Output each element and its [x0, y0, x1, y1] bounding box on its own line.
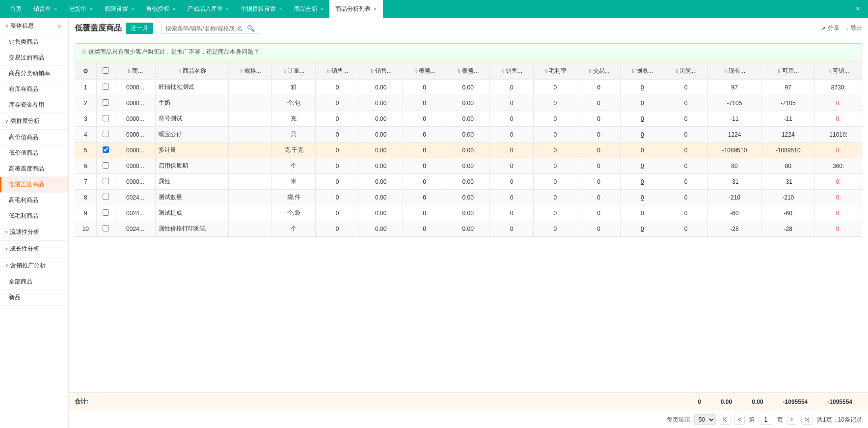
nav-template-settings[interactable]: 单据模板设置 × — [235, 0, 288, 18]
row-select-checkbox[interactable] — [103, 178, 109, 184]
row-select-checkbox[interactable] — [103, 209, 109, 216]
close-icon[interactable]: × — [89, 6, 92, 12]
close-icon[interactable]: × — [131, 6, 134, 12]
nav-product-analysis[interactable]: 商品分析 × — [288, 0, 329, 18]
sidebar-item-category-rate[interactable]: 商品分类动销率 — [0, 66, 68, 82]
row-browse1[interactable]: 0 — [621, 205, 664, 221]
first-page-button[interactable]: K — [720, 415, 731, 425]
nav-home[interactable]: 首页 — [4, 0, 27, 18]
nav-purchase-order[interactable]: 进货单 × — [63, 0, 98, 18]
nav-role-auth[interactable]: 角色授权 × — [140, 0, 181, 18]
col-sales1[interactable]: ⇅ 销售... — [316, 63, 359, 80]
row-browse1[interactable]: 0 — [621, 80, 664, 95]
sidebar-item-capital[interactable]: 库存资金占用 — [0, 97, 68, 113]
row-browse1[interactable]: 0 — [621, 143, 664, 158]
row-checkbox[interactable] — [96, 205, 115, 221]
browse1-link[interactable]: 0 — [641, 194, 644, 201]
select-all-checkbox[interactable] — [103, 67, 109, 74]
col-usable[interactable]: ⇅ 可用... — [761, 63, 815, 80]
col-sales2[interactable]: ⇅ 销售... — [359, 63, 403, 80]
row-checkbox[interactable] — [96, 111, 115, 127]
col-cover2[interactable]: ⇅ 覆盖... — [446, 63, 490, 80]
nav-sales-order[interactable]: 销货单 × — [27, 0, 63, 18]
col-code[interactable]: ⇅ 商... — [115, 63, 155, 80]
browse1-link[interactable]: 0 — [641, 131, 644, 138]
sidebar-item-new-products[interactable]: 新品 — [0, 290, 68, 306]
sidebar-item-high-value[interactable]: 高价值商品 — [0, 130, 68, 145]
time-filter-button[interactable]: 近一月 — [126, 23, 153, 34]
browse1-link[interactable]: 0 — [641, 115, 644, 122]
sidebar-group-circulation[interactable]: > 流通性分析 — [0, 224, 68, 241]
sidebar-item-traded-products[interactable]: 交易过的商品 — [0, 50, 68, 66]
nav-product-analysis-list[interactable]: 商品分析列表 × — [329, 0, 382, 18]
sidebar-item-high-coverage[interactable]: 高覆盖度商品 — [0, 161, 68, 177]
row-browse1[interactable]: 0 — [621, 158, 664, 174]
row-browse1[interactable]: 0 — [621, 127, 664, 143]
row-browse1[interactable]: 0 — [621, 190, 664, 205]
sidebar-group-overall[interactable]: ∨ 整体信息 « — [0, 18, 68, 34]
close-icon[interactable]: × — [172, 6, 175, 12]
row-checkbox[interactable] — [96, 190, 115, 205]
sidebar-group-cluster[interactable]: ∨ 类群度分析 — [0, 113, 68, 130]
last-page-button[interactable]: >| — [801, 415, 813, 425]
search-input[interactable] — [165, 25, 247, 32]
browse1-link[interactable]: 0 — [641, 84, 644, 91]
col-saleable[interactable]: ⇅ 可销... — [815, 63, 862, 80]
row-browse1[interactable]: 0 — [621, 221, 664, 237]
col-spec[interactable]: ⇅ 规格... — [228, 63, 272, 80]
sidebar-item-low-value[interactable]: 低价值商品 — [0, 145, 68, 161]
row-browse1[interactable]: 0 — [621, 111, 664, 127]
col-sales3[interactable]: ⇅ 销售... — [490, 63, 534, 80]
browse1-link[interactable]: 0 — [641, 163, 644, 170]
close-icon[interactable]: × — [321, 6, 324, 12]
sidebar-item-low-margin[interactable]: 低毛利商品 — [0, 208, 68, 224]
share-button[interactable]: ↗ 分享 — [821, 24, 840, 32]
close-icon[interactable]: × — [54, 6, 57, 12]
browse1-link[interactable]: 0 — [641, 178, 644, 185]
row-checkbox[interactable] — [96, 174, 115, 190]
row-select-checkbox[interactable] — [103, 194, 109, 200]
row-select-checkbox[interactable] — [103, 115, 109, 121]
row-select-checkbox[interactable] — [103, 146, 109, 153]
row-select-checkbox[interactable] — [103, 99, 109, 106]
row-checkbox[interactable] — [96, 221, 115, 237]
export-button[interactable]: ↓ 导出 — [845, 24, 862, 32]
browse1-link[interactable]: 0 — [641, 100, 644, 107]
window-close-button[interactable]: × — [852, 4, 864, 13]
browse1-link[interactable]: 0 — [641, 226, 644, 232]
sidebar-group-growth[interactable]: > 成长性分析 — [0, 241, 68, 257]
sidebar-item-high-margin[interactable]: 高毛利商品 — [0, 193, 68, 208]
sidebar-item-low-coverage[interactable]: 低覆盖度商品 — [0, 177, 68, 193]
page-number-input[interactable] — [759, 415, 773, 425]
nav-product-inbound[interactable]: 产成品入库单 × — [182, 0, 235, 18]
col-current[interactable]: ⇅ 现有... — [707, 63, 761, 80]
row-select-checkbox[interactable] — [103, 225, 109, 231]
browse1-link[interactable]: 0 — [641, 147, 644, 154]
nav-permissions[interactable]: 权限设置 × — [99, 0, 140, 18]
sidebar-item-sales-products[interactable]: 销售类商品 — [0, 34, 68, 50]
row-checkbox[interactable] — [96, 158, 115, 174]
browse1-link[interactable]: 0 — [641, 210, 644, 217]
close-icon[interactable]: × — [374, 6, 377, 12]
row-select-checkbox[interactable] — [103, 131, 109, 137]
col-browse1[interactable]: ⇅ 浏览... — [621, 63, 664, 80]
sidebar-item-in-stock[interactable]: 有库存商品 — [0, 82, 68, 97]
col-browse2[interactable]: ⇅ 浏览... — [664, 63, 708, 80]
page-size-select[interactable]: 50 — [694, 414, 716, 425]
col-settings[interactable]: ⚙ — [75, 63, 97, 80]
row-checkbox[interactable] — [96, 143, 115, 158]
row-browse1[interactable]: 0 — [621, 174, 664, 190]
row-checkbox[interactable] — [96, 127, 115, 143]
close-icon[interactable]: × — [279, 6, 282, 12]
col-name[interactable]: ⇅ 商品名称 — [155, 63, 228, 80]
next-page-button[interactable]: > — [787, 415, 797, 425]
close-icon[interactable]: × — [226, 6, 229, 12]
row-checkbox[interactable] — [96, 95, 115, 111]
sidebar-group-marketing[interactable]: ∨ 营销推广分析 — [0, 257, 68, 274]
collapse-icon[interactable]: « — [55, 22, 63, 30]
col-gross-rate[interactable]: ⇅ 毛利率 — [533, 63, 577, 80]
col-unit[interactable]: ⇅ 计量... — [272, 63, 316, 80]
row-checkbox[interactable] — [96, 80, 115, 95]
row-select-checkbox[interactable] — [103, 162, 109, 169]
col-trade[interactable]: ⇅ 交易... — [577, 63, 621, 80]
